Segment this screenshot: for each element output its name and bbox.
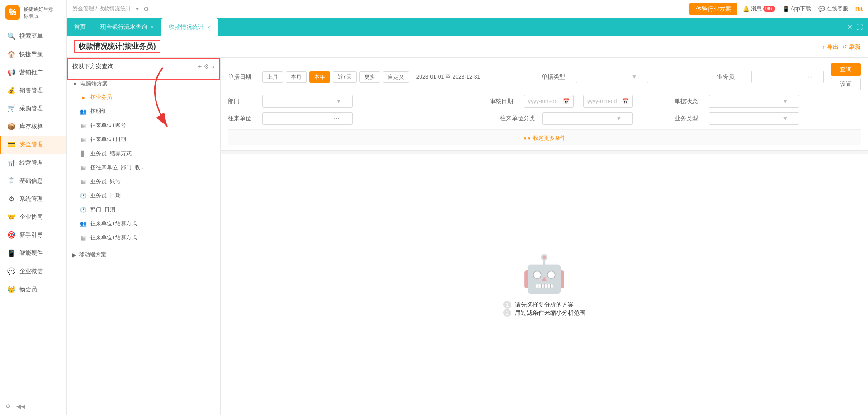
purchase-icon: 🛒 bbox=[7, 104, 16, 113]
clock2-icon: 🕐 bbox=[80, 206, 87, 213]
scheme-item-salesperson-account[interactable]: ▦ 业务员+账号 bbox=[67, 174, 220, 189]
scheme-item-salesperson-date[interactable]: 🕐 业务员+日期 bbox=[67, 189, 220, 203]
sidebar-item-inventory[interactable]: 📦 库存核算 bbox=[0, 118, 66, 136]
sidebar-item-hardware[interactable]: 📱 智能硬件 bbox=[0, 244, 66, 262]
tab-bank-close[interactable]: ✕ bbox=[150, 24, 154, 30]
date-last-month[interactable]: 上月 bbox=[262, 71, 283, 83]
tip-text-2: 用过滤条件来缩小分析范围 bbox=[515, 309, 585, 317]
service-icon: 💬 bbox=[818, 6, 825, 12]
voucher-type-select[interactable]: ▼ bbox=[576, 71, 648, 83]
marketing-icon: 📢 bbox=[7, 68, 16, 76]
sidebar-item-basic[interactable]: 📋 基础信息 bbox=[0, 172, 66, 190]
tip-item-1: 1 请先选择要分析的方案 bbox=[503, 301, 585, 309]
filter-panel: 单据日期 上月 本月 本年 近7天 更多 自定义 2023-01-01 至 20… bbox=[221, 58, 868, 151]
people-icon: 👥 bbox=[80, 220, 87, 227]
counterparty-label: 往来单位 bbox=[228, 114, 255, 123]
review-date-end[interactable]: yyyy-mm-dd 📅 bbox=[583, 95, 633, 108]
settings-bottom-icon[interactable]: ⚙ bbox=[5, 403, 11, 410]
sidebar-item-label: 经营管理 bbox=[19, 159, 43, 167]
chevron-down3-icon: ▼ bbox=[783, 98, 788, 104]
sidebar-item-member[interactable]: 👑 畅会员 bbox=[0, 280, 66, 298]
app-download-button[interactable]: 📱 App下载 bbox=[783, 5, 811, 13]
bell-icon: 🔔 bbox=[743, 6, 750, 12]
refresh-button[interactable]: ↺ 刷新 bbox=[842, 43, 861, 51]
message-label: 消息 bbox=[751, 5, 762, 13]
sidebar-item-corp[interactable]: 🤝 企业协同 bbox=[0, 208, 66, 226]
voucher-status-select[interactable]: ▼ bbox=[709, 95, 799, 108]
counterparty-select[interactable]: ··· bbox=[262, 112, 353, 125]
refresh-icon: ↺ bbox=[842, 43, 847, 50]
dots-btn: ··· bbox=[332, 114, 341, 123]
section-mobile-label: 移动端方案 bbox=[79, 251, 106, 259]
scheme-item-by-detail[interactable]: 👥 按明细 bbox=[67, 104, 220, 118]
guide-icon: 🎯 bbox=[7, 231, 16, 239]
tab-receipt[interactable]: 收款情况统计 ✕ bbox=[161, 18, 218, 36]
tip-item-2: 2 用过滤条件来缩小分析范围 bbox=[503, 309, 585, 317]
sidebar-item-purchase[interactable]: 🛒 采购管理 bbox=[0, 99, 66, 118]
sidebar-item-search[interactable]: 🔍 搜索菜单 bbox=[0, 27, 66, 45]
scheme-add-button[interactable]: + bbox=[198, 63, 202, 70]
date-this-month[interactable]: 本月 bbox=[286, 71, 307, 83]
collapse-label: 收起更多条件 bbox=[533, 134, 566, 142]
sidebar-item-label: 畅会员 bbox=[19, 285, 37, 293]
tab-receipt-close[interactable]: ✕ bbox=[207, 24, 211, 30]
tab-home[interactable]: 首页 bbox=[67, 23, 93, 31]
sidebar-item-finance[interactable]: 💳 资金管理 bbox=[0, 136, 66, 154]
business-type-select[interactable]: ▼ bbox=[709, 112, 799, 125]
query-button[interactable]: 查询 bbox=[831, 63, 861, 76]
scheme-item-counterparty-settlement1[interactable]: 👥 往来单位+结算方式 bbox=[67, 217, 220, 231]
scheme-item-counterparty-account[interactable]: ▦ 往来单位+账号 bbox=[67, 118, 220, 132]
settings-button[interactable]: 设置 bbox=[831, 78, 861, 90]
scheme-item-by-salesperson[interactable]: ● 按业务员 bbox=[67, 90, 220, 104]
sidebar-item-label: 新手引导 bbox=[19, 231, 43, 239]
message-button[interactable]: 🔔 消息 99+ bbox=[743, 5, 775, 13]
scheme-item-counterparty-date[interactable]: ▦ 往来单位+日期 bbox=[67, 132, 220, 146]
scheme-item-dept-date[interactable]: 🕐 部门+日期 bbox=[67, 203, 220, 217]
chevron-down2-icon: ▼ bbox=[336, 98, 341, 104]
date-custom[interactable]: 自定义 bbox=[383, 71, 409, 83]
sidebar-item-quicknav[interactable]: 🏠 快捷导航 bbox=[0, 45, 66, 63]
chevron-down-icon: ▼ bbox=[632, 74, 637, 80]
date-7days[interactable]: 近7天 bbox=[333, 71, 357, 83]
scheme-item-salesperson-settlement[interactable]: ▋ 业务员+结算方式 bbox=[67, 146, 220, 160]
scheme-item-counterparty-dept[interactable]: ▦ 按往来单位+部门+收... bbox=[67, 160, 220, 174]
sidebar-item-marketing[interactable]: 📢 营销推广 bbox=[0, 63, 66, 81]
tab-expand[interactable]: ⛶ bbox=[856, 24, 863, 31]
export-button[interactable]: ↑ 导出 bbox=[822, 43, 839, 51]
counterparty-category-label: 往来单位分类 bbox=[500, 114, 535, 123]
review-date-start[interactable]: yyyy-mm-dd 📅 bbox=[524, 95, 574, 108]
department-select[interactable]: ▼ bbox=[262, 95, 353, 108]
sidebar-item-guide[interactable]: 🎯 新手引导 bbox=[0, 226, 66, 244]
sidebar-item-operation[interactable]: 📊 经营管理 bbox=[0, 154, 66, 172]
sidebar-item-label: 采购管理 bbox=[19, 104, 43, 113]
trial-button[interactable]: 体验行业方案 bbox=[689, 3, 737, 15]
sidebar-item-wechat[interactable]: 💬 企业微信 bbox=[0, 262, 66, 280]
gear-button[interactable]: ⚙ bbox=[143, 5, 149, 13]
scheme-collapse-button[interactable]: « bbox=[211, 63, 215, 70]
department-label: 部门 bbox=[228, 97, 255, 105]
scheme-settings-button[interactable]: ⚙ bbox=[203, 63, 209, 70]
sidebar-item-system[interactable]: ⚙ 系统管理 bbox=[0, 190, 66, 208]
user-avatar[interactable]: Rit bbox=[855, 6, 863, 12]
date-this-year[interactable]: 本年 bbox=[309, 71, 330, 83]
collapse-button[interactable]: ∧∧ 收起更多条件 bbox=[235, 134, 854, 142]
filter-row-3: 往来单位 ··· 往来单位分类 ▼ 业务类型 ▼ bbox=[228, 112, 861, 125]
scheme-item-counterparty-settlement2[interactable]: ▦ 往来单位+结算方式 bbox=[67, 231, 220, 245]
scheme-section-pc-title[interactable]: ▼ 电脑端方案 bbox=[67, 77, 220, 90]
tip-num-2: 2 bbox=[503, 309, 511, 317]
collapse-sidebar-icon[interactable]: ◀◀ bbox=[16, 403, 25, 410]
sidebar-item-label: 资金管理 bbox=[19, 141, 43, 149]
date-more[interactable]: 更多 bbox=[359, 71, 380, 83]
dropdown-icon[interactable]: ▼ bbox=[135, 6, 140, 12]
sidebar-item-label: 搜索菜单 bbox=[19, 32, 43, 40]
online-service-button[interactable]: 💬 在线客服 bbox=[818, 5, 848, 13]
scheme-item-label: 业务员+结算方式 bbox=[90, 150, 132, 157]
counterparty-category-select[interactable]: ▼ bbox=[542, 112, 633, 125]
tab-bank[interactable]: 现金银行流水查询 ✕ bbox=[93, 18, 161, 36]
salesperson-select[interactable]: ··· bbox=[751, 71, 824, 83]
sidebar-item-sales[interactable]: 💰 销售管理 bbox=[0, 81, 66, 99]
tab-close-all[interactable]: ✕ bbox=[847, 24, 853, 31]
filter-content-wrap: 按以下方案查询 + ⚙ « ▼ 电脑端方案 ● 按业务员 bbox=[67, 58, 868, 415]
export-label: 导出 bbox=[827, 43, 839, 51]
scheme-section-mobile-title[interactable]: ▶ 移动端方案 bbox=[67, 248, 220, 261]
